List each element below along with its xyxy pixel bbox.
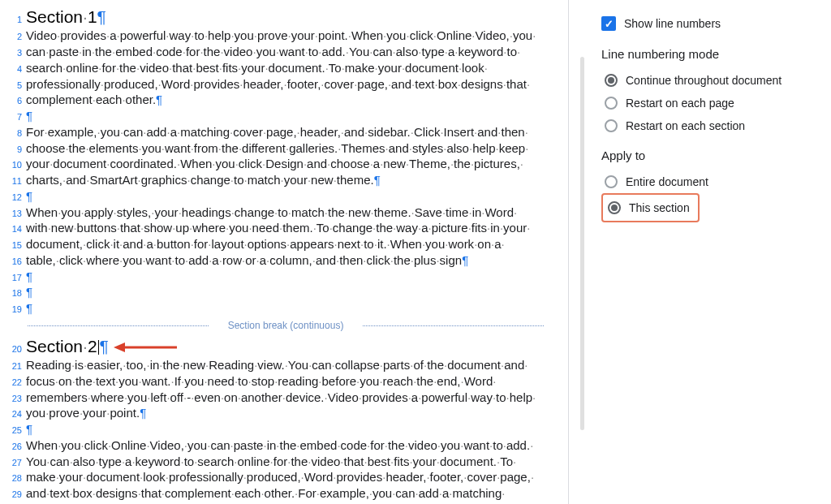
line-text[interactable]: ¶: [26, 422, 32, 437]
line-text[interactable]: When·you·apply·styles,·your·headings·cha…: [26, 205, 517, 221]
document-line[interactable]: 9choose·the·elements·you·want·from·the·d…: [8, 141, 544, 157]
line-number: 24: [8, 409, 26, 420]
line-number: 12: [8, 192, 26, 204]
line-text[interactable]: remembers·where·you·left·off·-·even·on·a…: [26, 390, 536, 406]
line-text[interactable]: can·paste·in·the·embed·code·for·the·vide…: [26, 45, 520, 60]
line-number: 2: [8, 32, 26, 43]
line-number: 1: [8, 15, 26, 26]
line-text[interactable]: document,·click·it·and·a·button·for·layo…: [26, 237, 505, 252]
document-line[interactable]: 7¶: [8, 109, 544, 124]
document-line[interactable]: 10your·document·coordinated.·When·you·cl…: [8, 157, 544, 172]
line-number: 7: [8, 112, 26, 123]
line-number: 22: [8, 377, 26, 389]
line-number: 20: [8, 344, 26, 355]
line-text[interactable]: your·document·coordinated.·When·you·clic…: [26, 157, 523, 172]
line-number: 26: [8, 442, 26, 453]
line-text[interactable]: choose·the·elements·you·want·from·the·di…: [26, 141, 528, 157]
show-line-numbers-checkbox[interactable]: ✓ Show line numbers: [601, 16, 818, 31]
line-text[interactable]: search·online·for·the·video·that·best·fi…: [26, 61, 488, 76]
line-text[interactable]: focus·on·the·text·you·want.·If·you·need·…: [26, 374, 496, 390]
document-line[interactable]: 28make·your·document·look·professionally…: [8, 470, 544, 485]
line-text[interactable]: charts,·and·SmartArt·graphics·change·to·…: [26, 173, 381, 188]
checkbox-checked-icon: ✓: [601, 16, 616, 31]
line-text[interactable]: and·text·box·designs·that·complement·eac…: [26, 486, 505, 502]
line-text[interactable]: ¶: [26, 189, 32, 205]
document-line[interactable]: 3can·paste·in·the·embed·code·for·the·vid…: [8, 45, 544, 60]
sidebar-scrollbar[interactable]: [580, 57, 584, 430]
document-line[interactable]: 11charts,·and·SmartArt·graphics·change·t…: [8, 173, 544, 188]
apply-to-group: Entire documentThis section: [601, 170, 818, 222]
document-line[interactable]: 8For·example,·you·can·add·a·matching·cov…: [8, 125, 544, 140]
line-numbering-mode-title: Line numbering mode: [601, 47, 818, 61]
document-line[interactable]: 14with·new·buttons·that·show·up·where·yo…: [8, 221, 544, 236]
line-text[interactable]: ¶: [26, 109, 32, 124]
line-text[interactable]: When·you·click·Online·Video,·you·can·pas…: [26, 438, 533, 454]
document-lines: 1Section·1¶2Video·provides·a·powerful·wa…: [8, 6, 544, 504]
document-line[interactable]: 29and·text·box·designs·that·complement·e…: [8, 486, 544, 502]
mode-option[interactable]: Restart on each page: [601, 92, 818, 114]
line-number: 5: [8, 80, 26, 92]
document-line[interactable]: 21Reading·is·easier,·too,·in·the·new·Rea…: [8, 358, 544, 373]
line-number: 9: [8, 144, 26, 156]
radio-icon: [605, 74, 618, 87]
line-number: 10: [8, 160, 26, 171]
document-line[interactable]: 1Section·1¶: [8, 6, 544, 28]
line-text[interactable]: you·prove·your·point.¶: [26, 406, 146, 421]
mode-option[interactable]: Restart on each section: [601, 114, 818, 137]
document-line[interactable]: 15document,·click·it·and·a·button·for·la…: [8, 237, 544, 252]
document-line[interactable]: 24you·prove·your·point.¶: [8, 406, 544, 421]
document-line[interactable]: 27You·can·also·type·a·keyword·to·search·…: [8, 454, 544, 470]
line-number: 3: [8, 48, 26, 59]
document-editor[interactable]: 1Section·1¶2Video·provides·a·powerful·wa…: [0, 0, 568, 504]
document-line[interactable]: 13When·you·apply·styles,·your·headings·c…: [8, 205, 544, 221]
document-line[interactable]: 22focus·on·the·text·you·want.·If·you·nee…: [8, 374, 544, 390]
line-text[interactable]: ¶: [26, 285, 32, 300]
document-line[interactable]: 4search·online·for·the·video·that·best·f…: [8, 61, 544, 76]
apply-option[interactable]: This section: [605, 196, 693, 219]
document-line[interactable]: 20Section·2¶: [8, 336, 544, 357]
line-text[interactable]: ¶: [26, 269, 32, 285]
line-text[interactable]: You·can·also·type·a·keyword·to·search·on…: [26, 454, 516, 470]
document-line[interactable]: 19¶: [8, 301, 544, 317]
line-number: 18: [8, 288, 26, 299]
line-text[interactable]: Section·2¶: [26, 336, 179, 357]
radio-icon: [608, 201, 621, 214]
line-number: 6: [8, 96, 26, 107]
document-line[interactable]: 2Video·provides·a·powerful·way·to·help·y…: [8, 28, 544, 44]
radio-icon: [605, 97, 618, 110]
line-text[interactable]: make·your·document·look·professionally·p…: [26, 470, 534, 485]
mode-option-label: Restart on each page: [626, 97, 734, 110]
apply-option[interactable]: Entire document: [601, 170, 818, 193]
line-text[interactable]: complement·each·other.¶: [26, 93, 162, 108]
line-numbers-sidebar: ✓ Show line numbers Line numbering mode …: [568, 0, 831, 504]
line-number: 25: [8, 425, 26, 437]
line-text[interactable]: with·new·buttons·that·show·up·where·you·…: [26, 221, 530, 236]
document-line[interactable]: 23remembers·where·you·left·off·-·even·on…: [8, 390, 544, 406]
line-text[interactable]: professionally·produced,·Word·provides·h…: [26, 77, 530, 93]
document-line[interactable]: 6complement·each·other.¶: [8, 93, 544, 108]
document-line[interactable]: 25¶: [8, 422, 544, 437]
document-line[interactable]: 18¶: [8, 285, 544, 300]
document-line[interactable]: 12¶: [8, 189, 544, 205]
line-number: 21: [8, 361, 26, 373]
mode-option[interactable]: Continue throughout document: [601, 69, 818, 92]
line-text[interactable]: Section·1¶: [26, 6, 106, 28]
line-text[interactable]: Video·provides·a·powerful·way·to·help·yo…: [26, 28, 536, 44]
line-number: 29: [8, 489, 26, 501]
line-number: 17: [8, 273, 26, 284]
line-number: 28: [8, 473, 26, 485]
document-line[interactable]: 26When·you·click·Online·Video,·you·can·p…: [8, 438, 544, 454]
svg-marker-1: [114, 342, 125, 352]
line-text[interactable]: For·example,·you·can·add·a·matching·cove…: [26, 125, 528, 140]
line-text[interactable]: ¶: [26, 301, 32, 317]
apply-to-title: Apply to: [601, 149, 818, 162]
document-line[interactable]: 5professionally·produced,·Word·provides·…: [8, 77, 544, 93]
line-number: 23: [8, 394, 26, 405]
document-line[interactable]: 16table,·click·where·you·want·to·add·a·r…: [8, 253, 544, 269]
line-number: 27: [8, 458, 26, 469]
line-number: 16: [8, 256, 26, 268]
line-text[interactable]: table,·click·where·you·want·to·add·a·row…: [26, 253, 468, 269]
line-text[interactable]: Reading·is·easier,·too,·in·the·new·Readi…: [26, 358, 527, 373]
document-line[interactable]: 17¶: [8, 269, 544, 285]
line-numbering-mode-group: Continue throughout documentRestart on e…: [601, 69, 818, 137]
